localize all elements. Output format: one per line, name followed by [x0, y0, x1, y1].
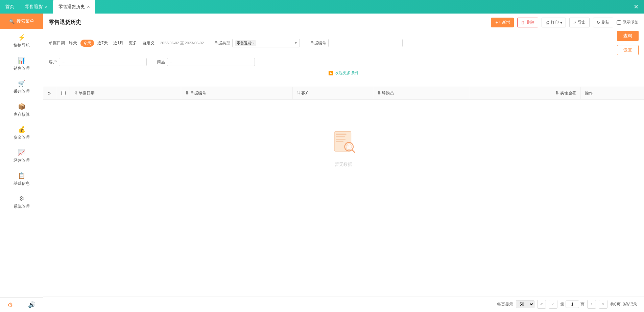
sidebar: 🔍 搜索菜单 ⚡ 快捷导航 📊 销售管理 🛒 采购管理 📦 库存核算 💰 资金管…	[0, 14, 43, 312]
filter-customer-item: 客户	[49, 58, 147, 66]
customer-input[interactable]	[59, 58, 147, 66]
purchase-mgmt-icon: 🛒	[18, 80, 25, 87]
tab-retail-return-history[interactable]: 零售退货历史 ✕	[53, 0, 95, 14]
date-btn-7days[interactable]: 近7天	[95, 40, 110, 47]
collapse-button[interactable]: 🔼 收起更多条件	[325, 69, 362, 77]
voucher-type-select[interactable]: 零售退货 × ▾	[232, 39, 300, 47]
refresh-button[interactable]: ↻ 刷新	[593, 18, 613, 27]
basic-info-icon: 📋	[18, 172, 25, 179]
new-button[interactable]: ＋ + 新增	[491, 18, 514, 27]
next-page-button[interactable]: ›	[587, 300, 596, 309]
th-customer[interactable]: ⇅ 客户	[293, 87, 373, 100]
export-icon: ↗	[573, 20, 576, 25]
sidebar-item-sys-mgmt[interactable]: ⚙ 系统管理	[0, 190, 43, 213]
export-button[interactable]: ↗ 导出	[569, 18, 590, 27]
filter-voucher-no-label: 单据编号	[310, 40, 326, 46]
tab-retail-return[interactable]: 零售退货 ✕	[20, 0, 53, 14]
display-detail-toggle[interactable]: 显示明细	[617, 20, 639, 25]
voucher-type-tag-close-icon[interactable]: ×	[253, 41, 255, 45]
per-page-select[interactable]: 10 20 50 100	[516, 300, 534, 308]
th-date[interactable]: ⇅ 单据日期	[70, 87, 181, 100]
voucher-no-input[interactable]	[328, 39, 403, 47]
sort-no-icon: ⇅	[185, 91, 189, 95]
sales-mgmt-icon: 📊	[18, 57, 25, 64]
data-table: ⚙ ⇅ 单据日期 ⇅ 单据编号	[43, 87, 644, 188]
main-layout: 🔍 搜索菜单 ⚡ 快捷导航 📊 销售管理 🛒 采购管理 📦 库存核算 💰 资金管…	[0, 14, 644, 312]
sidebar-audio-icon[interactable]: 🔊	[28, 301, 35, 309]
date-btn-custom[interactable]: 自定义	[140, 40, 157, 47]
page-number-input[interactable]	[566, 300, 579, 308]
query-button[interactable]: 查询	[617, 31, 639, 41]
filter-date-label: 单据日期	[49, 40, 65, 46]
sidebar-item-purchase-mgmt[interactable]: 🛒 采购管理	[0, 75, 43, 98]
filter-voucher-type-item: 单据类型 零售退货 × ▾	[214, 39, 300, 47]
svg-rect-2	[336, 136, 345, 137]
sidebar-item-inventory[interactable]: 📦 库存核算	[0, 98, 43, 121]
right-action-area: 查询 设置	[617, 31, 639, 55]
sidebar-settings-icon[interactable]: ⚙	[7, 301, 13, 309]
filter-row-2: 客户 商品	[49, 58, 639, 66]
filter-voucher-type-label: 单据类型	[214, 40, 230, 46]
last-page-button[interactable]: »	[599, 300, 607, 309]
sidebar-item-quick-nav[interactable]: ⚡ 快捷导航	[0, 29, 43, 52]
svg-rect-1	[336, 134, 347, 135]
svg-rect-4	[336, 141, 344, 142]
date-btn-today[interactable]: 今天	[80, 40, 94, 47]
display-detail-checkbox[interactable]	[617, 20, 621, 25]
sort-guide-icon: ⇅	[377, 91, 381, 95]
sort-amount-icon: ⇅	[555, 91, 559, 95]
table-setting-icon[interactable]: ⚙	[47, 91, 51, 96]
quick-nav-icon: ⚡	[18, 34, 25, 41]
prev-page-button[interactable]: ‹	[549, 300, 557, 309]
th-no[interactable]: ⇅ 单据编号	[181, 87, 293, 100]
first-page-button[interactable]: «	[537, 300, 546, 309]
sidebar-item-basic-info[interactable]: 📋 基础信息	[0, 167, 43, 190]
page-word: 第	[560, 302, 564, 307]
th-action: 操作	[580, 87, 644, 100]
th-checkbox[interactable]	[57, 87, 70, 100]
table-area: ⚙ ⇅ 单据日期 ⇅ 单据编号	[43, 84, 644, 312]
goods-input[interactable]	[167, 58, 255, 66]
refresh-icon: ↻	[597, 20, 600, 25]
date-btn-yesterday[interactable]: 昨天	[67, 40, 79, 47]
sidebar-item-sales-mgmt[interactable]: 📊 销售管理	[0, 52, 43, 75]
svg-line-7	[352, 150, 355, 153]
table-body: 暂无数据	[43, 100, 644, 188]
sidebar-item-finance[interactable]: 💰 资金管理	[0, 121, 43, 144]
print-button[interactable]: 🖨 打印 ▾	[542, 18, 566, 27]
filter-goods-item: 商品	[157, 58, 255, 66]
th-setting[interactable]: ⚙	[43, 87, 57, 100]
window-close-button[interactable]: ✕	[634, 3, 644, 10]
th-guide[interactable]: ⇅ 导购员	[373, 87, 469, 100]
date-range-display: 2023-06-02 至 2023-06-02	[160, 41, 204, 46]
settings-button[interactable]: 设置	[617, 45, 639, 55]
filter-goods-label: 商品	[157, 59, 165, 65]
tab-list: 首页 零售退货 ✕ 零售退货历史 ✕	[0, 0, 634, 14]
th-amount[interactable]: ⇅ 实销金额	[469, 87, 581, 100]
current-page-wrap: 第 页	[560, 300, 585, 308]
sort-customer-icon: ⇅	[297, 91, 300, 95]
per-page-label: 每页显示	[497, 302, 513, 307]
filter-row-1: 单据日期 昨天 今天 近7天 近1月 更多 自定义 2023-06-02 至 2…	[49, 31, 639, 55]
toolbar: ＋ + 新增 🗑 删除 🖨 打印 ▾ ↗ 导出	[491, 18, 639, 27]
date-btn-1month[interactable]: 近1月	[111, 40, 126, 47]
voucher-type-tag: 零售退货 ×	[235, 40, 256, 46]
total-label: 共0页, 0条记录	[610, 302, 637, 307]
svg-rect-3	[336, 139, 346, 140]
sidebar-item-operations[interactable]: 📈 经营管理	[0, 144, 43, 167]
filter-panel: 零售退货历史 ＋ + 新增 🗑 删除 🖨 打印 ▾	[43, 14, 644, 84]
tab-home[interactable]: 首页	[0, 0, 20, 14]
filter-customer-label: 客户	[49, 59, 57, 65]
data-table-container[interactable]: ⚙ ⇅ 单据日期 ⇅ 单据编号	[43, 87, 644, 296]
operations-icon: 📈	[18, 149, 25, 156]
sidebar-footer: ⚙ 🔊	[0, 297, 43, 312]
page-label: 页	[580, 302, 585, 307]
date-btn-more[interactable]: 更多	[127, 40, 139, 47]
tab-retail-return-history-close-icon[interactable]: ✕	[87, 5, 90, 9]
tab-retail-return-close-icon[interactable]: ✕	[45, 5, 48, 9]
sidebar-search-button[interactable]: 🔍 搜索菜单	[0, 14, 43, 29]
filter-voucher-no-item: 单据编号	[310, 39, 403, 47]
select-all-checkbox[interactable]	[61, 91, 66, 95]
delete-button[interactable]: 🗑 删除	[517, 18, 538, 27]
filter-date-item: 单据日期 昨天 今天 近7天 近1月 更多 自定义 2023-06-02 至 2…	[49, 40, 204, 47]
